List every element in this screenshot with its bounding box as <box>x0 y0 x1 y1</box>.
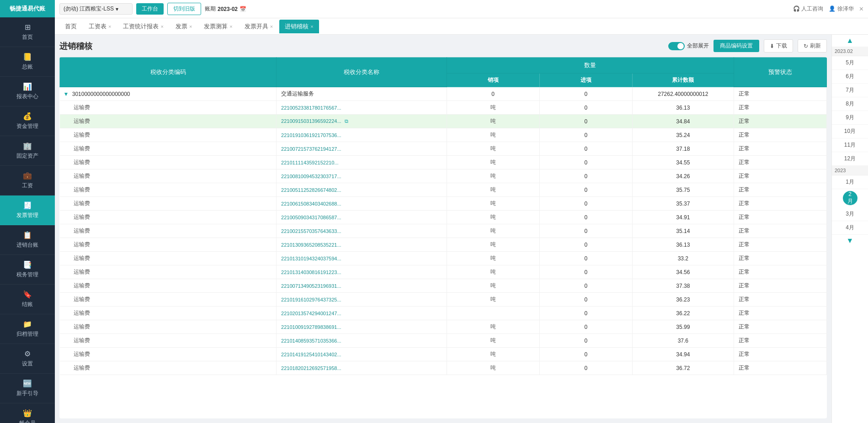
main-area: (勿动) 江西粮宝-LSS ▾ 工作台 切到旧版 账期 2023-02 📅 🎧 … <box>55 0 868 423</box>
sidebar: 畅捷通易代账 ⊞ 首页 📒 总账 📊 报表中心 💰 资金管理 🏢 固定资产 💼 … <box>0 0 55 423</box>
tab-home[interactable]: 首页 <box>59 20 82 33</box>
table-cell-cumulative: 34.91 <box>632 211 734 224</box>
settings-icon: ⚙ <box>24 349 31 358</box>
table-cell-status: 正常 <box>734 128 826 142</box>
table-cell-sales: 0 <box>539 265 632 279</box>
table-row: 运输费 2210201357429400124​7... 0 36.22 正常 <box>60 307 827 320</box>
table-cell-unit: 吨 <box>447 279 539 293</box>
copy-button[interactable]: 工作台 <box>136 3 164 15</box>
tab-close-invoice[interactable]: × <box>189 24 192 29</box>
table-cell-cumulative: 36.72 <box>632 361 734 375</box>
member-icon: 👑 <box>23 409 32 418</box>
switch-track[interactable] <box>668 42 685 50</box>
sidebar-item-ledger[interactable]: 📒 总账 <box>0 47 55 77</box>
switch-thumb <box>677 43 684 49</box>
tab-invoice-verify[interactable]: 进销稽核 × <box>279 20 319 33</box>
sidebar-item-assets[interactable]: 🏢 固定资产 <box>0 136 55 166</box>
user-avatar[interactable]: 👤 徐泽华 <box>829 5 853 13</box>
table-cell-cumulative: 34.56 <box>632 265 734 279</box>
table-row: 运输费 2210191036192170753​6... 吨 0 35.24 正… <box>60 128 827 142</box>
tab-close-invoice-open[interactable]: × <box>270 24 273 29</box>
app-logo: 畅捷通易代账 <box>0 0 55 17</box>
table-cell-name: 2210052338178017656​7... <box>277 101 447 115</box>
cal-nav-down[interactable]: ▼ <box>832 235 868 247</box>
tab-invoice[interactable]: 发票 × <box>170 20 197 33</box>
switch-period-button[interactable]: 切到旧版 <box>167 3 201 15</box>
tab-payroll-report[interactable]: 工资统计报表 × <box>117 20 169 33</box>
sidebar-item-archive[interactable]: 📁 归档管理 <box>0 314 55 344</box>
table-cell-sales: 0 <box>539 334 632 348</box>
company-selector[interactable]: (勿动) 江西粮宝-LSS ▾ <box>59 3 133 15</box>
table-cell-sales: 0 <box>539 101 632 115</box>
table-cell-cumulative: 36.13 <box>632 238 734 252</box>
table-cell-code: 运输费 <box>60 238 277 252</box>
sidebar-item-guide[interactable]: 🆕 新手引导 <box>0 374 55 403</box>
sidebar-item-invoices[interactable]: 🧾 发票管理 <box>0 196 55 225</box>
tab-invoice-calc[interactable]: 发票测算 × <box>198 20 238 33</box>
cal-month-item[interactable]: 5月 <box>832 56 868 70</box>
support-btn[interactable]: 🎧 人工咨询 <box>793 5 823 13</box>
sidebar-item-tax[interactable]: 📑 税务管理 <box>0 255 55 285</box>
cal-month-item[interactable]: 12月 <box>832 152 868 166</box>
sidebar-item-settings[interactable]: ⚙ 设置 <box>0 344 55 374</box>
tab-close-payroll-report[interactable]: × <box>160 24 163 29</box>
tab-invoice-open[interactable]: 发票开具 × <box>239 20 278 33</box>
table-cell-name: 2210191036192170753​6... <box>277 128 447 142</box>
table-row: 运输费 2210100919278983869​1... 吨 0 35.99 正… <box>60 320 827 334</box>
cal-month-item[interactable]: 3月 <box>832 207 868 221</box>
table-cell-name: 2210131403081619122​3... <box>277 265 447 279</box>
sidebar-item-payroll[interactable]: 💼 工资 <box>0 166 55 196</box>
cal-month-item[interactable]: 9月 <box>832 111 868 125</box>
avatar-icon: 👤 <box>829 5 836 12</box>
table-cell-cumulative: 34.94 <box>632 348 734 361</box>
calendar-icon[interactable]: 📅 <box>240 6 246 12</box>
cal-nav-up[interactable]: ▲ <box>832 35 868 47</box>
sidebar-item-capital[interactable]: 💰 资金管理 <box>0 106 55 136</box>
refresh-btn[interactable]: ↻ 刷新 <box>798 39 827 53</box>
table-cell-sales: 0 <box>539 197 632 211</box>
table-cell-code: 运输费 <box>60 361 277 375</box>
cal-month-item[interactable]: 2月 <box>843 191 857 206</box>
sidebar-item-home[interactable]: ⊞ 首页 <box>0 17 55 47</box>
cal-month-item[interactable]: 10月 <box>832 125 868 138</box>
table-row: 运输费 2210061508340340268​8... 吨 0 35.37 正… <box>60 197 827 211</box>
settlement-icon: 🔖 <box>23 290 32 299</box>
sidebar-item-sales-ledger[interactable]: 📋 进销台账 <box>0 225 55 255</box>
tab-close-invoice-verify[interactable]: × <box>310 24 313 29</box>
table-cell-unit: 吨 <box>447 101 539 115</box>
expand-icon[interactable]: ▼ <box>64 91 69 97</box>
expand-toggle[interactable]: 全部展开 <box>668 42 709 50</box>
tax-icon: 📑 <box>23 260 32 269</box>
tab-close-invoice-calc[interactable]: × <box>229 24 232 29</box>
cal-month-item[interactable]: 6月 <box>832 70 868 84</box>
table-cell-name: 2210051125282667480​2... <box>277 183 447 197</box>
table-cell-sales: 0 <box>539 169 632 183</box>
download-btn[interactable]: ⬇ 下载 <box>764 39 793 53</box>
table-cell-status: 正常 <box>734 361 826 375</box>
chevron-down-icon: ▾ <box>116 6 118 12</box>
sidebar-item-member[interactable]: 👑 畅会员 <box>0 403 55 423</box>
cal-month-item[interactable]: 7月 <box>832 84 868 97</box>
copy-icon[interactable]: ⧉ <box>345 118 348 124</box>
cal-month-item[interactable]: 1月 <box>832 175 868 189</box>
col-header-quantity: 数量 <box>447 58 734 74</box>
table-cell-name: 2210050903431708658​7... <box>277 211 447 224</box>
cal-month-item[interactable]: 11月 <box>832 138 868 152</box>
table-cell-name: 2210140859357103536​6... <box>277 334 447 348</box>
table-cell-status: 正常 <box>734 238 826 252</box>
sidebar-item-settlement[interactable]: 🔖 结账 <box>0 285 55 314</box>
table-cell-sales: 0 <box>539 128 632 142</box>
table-cell-name: 2210191610297643732​5... <box>277 293 447 307</box>
table-cell-status: 正常 <box>734 156 826 169</box>
cal-month-item[interactable]: 8月 <box>832 97 868 111</box>
tab-close-payroll[interactable]: × <box>108 24 111 29</box>
sidebar-item-reports[interactable]: 📊 报表中心 <box>0 77 55 106</box>
settings-btn[interactable]: 商品编码设置 <box>714 40 759 52</box>
table-cell-code: 运输费 <box>60 252 277 265</box>
close-button[interactable]: × <box>859 5 863 13</box>
tab-payroll[interactable]: 工资表 × <box>83 20 117 33</box>
table-cell-unit: 吨 <box>447 293 539 307</box>
guide-icon: 🆕 <box>23 379 32 388</box>
table-row: 运输费 2210130936520853522​1... 吨 0 36.13 正… <box>60 238 827 252</box>
cal-month-item[interactable]: 4月 <box>832 221 868 235</box>
